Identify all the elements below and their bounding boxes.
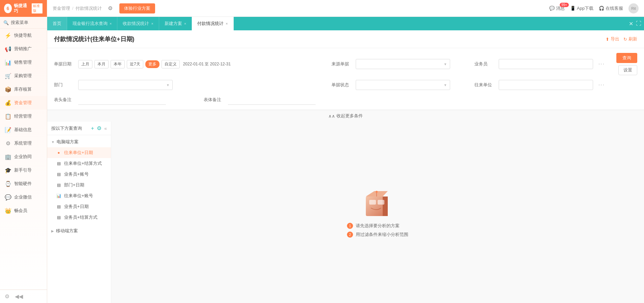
messages-button[interactable]: 💬 消息 99+ xyxy=(549,5,565,11)
refresh-button[interactable]: ↻ 刷新 xyxy=(623,36,637,42)
tab-payment-stats[interactable]: 付款情况统计 × xyxy=(192,17,233,30)
search-label: 搜索菜单 xyxy=(11,20,28,26)
page-header: 付款情况统计(往来单位+日期) ⬆ 导出 ↻ 刷新 xyxy=(47,30,644,48)
breadcrumb-divider: / xyxy=(72,6,74,11)
sidebar-item-operation[interactable]: 📋 经营管理 xyxy=(0,110,47,123)
this-year-btn[interactable]: 本年 xyxy=(111,60,125,68)
online-service-button[interactable]: 🎧 在线客服 xyxy=(599,5,623,11)
sidebar-item-marketing[interactable]: 📢 营销推广 xyxy=(0,42,47,56)
add-scheme-icon[interactable]: + xyxy=(91,125,94,131)
tab-new-scheme-close[interactable]: × xyxy=(184,22,186,26)
source-label: 来源单据 xyxy=(331,61,350,67)
pc-group-header[interactable]: ▼ 电脑端方案 xyxy=(47,137,111,147)
filter-row-3: 表头备注 表体备注 xyxy=(54,95,637,105)
export-button[interactable]: ⬆ 导出 xyxy=(606,36,619,42)
mobile-group-arrow-icon: ▶ xyxy=(51,229,54,233)
query-button[interactable]: 查询 xyxy=(616,53,637,63)
sidebar-item-basic[interactable]: 📝 基础信息 xyxy=(0,123,47,137)
dept-label: 部门 xyxy=(54,82,73,88)
hardware-label: 智能硬件 xyxy=(14,181,32,187)
sidebar-item-guide[interactable]: 🎓 新手引导 xyxy=(0,163,47,177)
source-select[interactable]: ▼ xyxy=(356,59,450,69)
scheme-item-dept-date[interactable]: ▤ 部门+日期 xyxy=(47,180,111,190)
sidebar-item-sales[interactable]: 📊 销售管理 xyxy=(0,56,47,69)
collapse-sidebar-icon[interactable]: ◀◀ xyxy=(15,293,23,300)
sidebar-item-system[interactable]: ⚙ 系统管理 xyxy=(0,137,47,150)
tab-receivable-close[interactable]: × xyxy=(151,22,153,26)
scheme-item-partner-account[interactable]: 📊 往来单位+账号 xyxy=(47,190,111,201)
sidebar: 6 畅捷通巧 标准版 🔍 搜索菜单 ⚡ 快捷导航 📢 营销推广 📊 销售管理 🛒… xyxy=(0,0,47,303)
marketing-icon: 📢 xyxy=(5,46,11,52)
mobile-group-header[interactable]: ▶ 移动端方案 xyxy=(47,225,111,236)
breadcrumb: 资金管理 / 付款情况统计 xyxy=(53,5,102,11)
tabs-bar: 首页 现金银行流水查询 × 收款情况统计 × 新建方案 × 付款情况统计 × ✕… xyxy=(47,17,644,30)
scheme-item-partner-settle[interactable]: ▤ 往来单位+结算方式 xyxy=(47,158,111,169)
this-month-btn[interactable]: 本月 xyxy=(94,60,109,68)
tab-payment-stats-close[interactable]: × xyxy=(226,22,228,26)
salesperson-more-icon[interactable]: ··· xyxy=(598,61,605,67)
search-menu[interactable]: 🔍 搜索菜单 xyxy=(0,17,47,29)
tab-bank-flow[interactable]: 现金银行流水查询 × xyxy=(67,17,117,30)
app-download-button[interactable]: 📱 App下载 xyxy=(570,5,593,11)
inventory-icon: 📦 xyxy=(5,86,11,93)
system-label: 系统管理 xyxy=(14,140,32,146)
scheme-table-icon-3: ▤ xyxy=(56,204,61,209)
settings-icon[interactable]: ⚙ xyxy=(5,293,9,300)
page-header-actions: ⬆ 导出 ↻ 刷新 xyxy=(606,36,637,42)
hardware-icon: ⌚ xyxy=(5,180,11,187)
sidebar-item-capital[interactable]: 💰 资金管理 xyxy=(0,96,47,110)
basic-label: 基础信息 xyxy=(14,127,32,133)
user-avatar[interactable]: Rit xyxy=(628,3,639,13)
tab-receivable[interactable]: 收款情况统计 × xyxy=(117,17,159,30)
inventory-label: 库存核算 xyxy=(14,86,32,92)
sidebar-item-enterprise[interactable]: 🏢 企业协同 xyxy=(0,150,47,163)
main-area: 资金管理 / 付款情况统计 ⚙ 体验行业方案 💬 消息 99+ 📱 App下载 … xyxy=(47,0,644,303)
scheme-item-salesperson-date[interactable]: ▤ 业务员+日期 xyxy=(47,201,111,212)
sidebar-item-member[interactable]: 👑 畅会员 xyxy=(0,204,47,217)
purchase-icon: 🛒 xyxy=(5,72,11,79)
scheme-item-partner-date[interactable]: ● 往来单位+日期 xyxy=(47,147,111,158)
last-month-btn[interactable]: 上月 xyxy=(78,60,92,68)
custom-date-btn[interactable]: 自定义 xyxy=(162,60,180,68)
date-range-text: 2022-01-01 至 2022-12-31 xyxy=(183,61,231,67)
scheme-salesperson-account-label: 业务员+账号 xyxy=(64,171,89,177)
more-date-btn[interactable]: 更多 xyxy=(145,60,159,68)
collapse-conditions-button[interactable]: ∧∧ 收起更多条件 xyxy=(47,110,644,122)
export-icon: ⬆ xyxy=(606,37,609,42)
sidebar-item-inventory[interactable]: 📦 库存核算 xyxy=(0,83,47,96)
salesperson-label: 业务员 xyxy=(474,61,493,67)
trial-button[interactable]: 体验行业方案 xyxy=(119,3,155,13)
partner-select[interactable] xyxy=(499,80,593,90)
scheme-collapse-icon[interactable]: « xyxy=(104,126,107,131)
body-remark-input[interactable] xyxy=(228,95,316,105)
tab-home[interactable]: 首页 xyxy=(47,17,67,30)
topbar-settings-icon[interactable]: ⚙ xyxy=(108,5,113,11)
tab-home-label: 首页 xyxy=(53,21,61,27)
operation-icon: 📋 xyxy=(5,113,11,120)
salesperson-select[interactable] xyxy=(499,59,593,69)
scheme-item-salesperson-account[interactable]: ▤ 业务员+账号 xyxy=(47,169,111,180)
member-label: 畅会员 xyxy=(14,208,27,214)
dept-select[interactable]: ▼ xyxy=(78,80,173,90)
scheme-table-icon-4: ▤ xyxy=(56,215,61,220)
close-all-tabs-icon[interactable]: ✕ xyxy=(629,21,633,27)
header-remark-input[interactable] xyxy=(78,95,166,105)
purchase-label: 采购管理 xyxy=(14,73,32,79)
sidebar-item-hardware[interactable]: ⌚ 智能硬件 xyxy=(0,177,47,190)
message-icon: 💬 xyxy=(549,6,555,11)
sidebar-item-quick-nav[interactable]: ⚡ 快捷导航 xyxy=(0,29,47,42)
filter-settings-button[interactable]: 设置 xyxy=(618,65,637,75)
doc-status-select[interactable]: ▼ xyxy=(356,80,450,90)
scheme-settings-icon[interactable]: ⚙ xyxy=(97,125,101,131)
sidebar-item-weixin[interactable]: 💬 企业微信 xyxy=(0,190,47,204)
last-7days-btn[interactable]: 近7天 xyxy=(127,60,143,68)
maximize-icon[interactable]: ⛶ xyxy=(636,21,641,27)
tabs-actions: ✕ ⛶ xyxy=(626,17,644,30)
partner-more-icon[interactable]: ··· xyxy=(598,82,605,88)
sidebar-item-purchase[interactable]: 🛒 采购管理 xyxy=(0,69,47,83)
scheme-item-salesperson-settle[interactable]: ▤ 业务员+结算方式 xyxy=(47,212,111,223)
tab-bank-flow-close[interactable]: × xyxy=(110,22,112,26)
sidebar-bottom: ⚙ ◀◀ xyxy=(0,290,47,303)
empty-icon xyxy=(361,187,394,217)
tab-new-scheme[interactable]: 新建方案 × xyxy=(159,17,192,30)
